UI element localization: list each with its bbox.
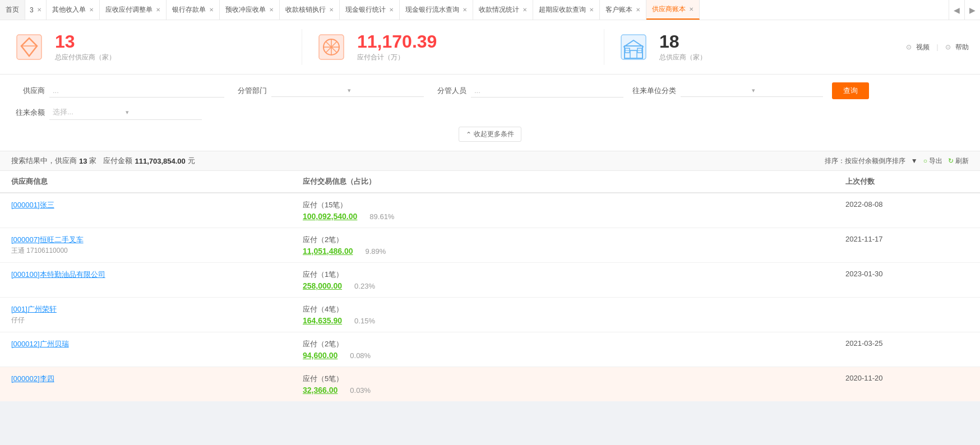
trans-label-2: 应付（2笔） [303,235,845,245]
divider: ｜ [934,43,941,52]
close-tab-bank-deposit[interactable]: ✕ [209,7,214,13]
close-tab-ap-adjust[interactable]: ✕ [156,7,160,13]
category-label: 往来单位分类 [632,86,676,96]
nav-tab-home[interactable]: 首页 [0,0,25,20]
nav-right-arrow[interactable]: ▶ [964,0,980,20]
last-payment-2: 2021-11-17 [845,235,969,243]
nav-tab-ap-adjust[interactable]: 应收应付调整单 ✕ [100,0,167,20]
rice-icon [313,29,349,65]
supplier-label: 供应商 [11,86,45,96]
help-icon: ⊙ [945,43,951,51]
nav-tab-home-label: 首页 [6,5,19,15]
table-row: [000012]广州贝瑞 应付（2笔） 94,600.00 0.08% 2021… [0,332,980,367]
trans-amount-6[interactable]: 32,366.00 [303,386,338,395]
nav-tab-bank-deposit[interactable]: 银行存款单 ✕ [167,0,220,20]
store-icon [616,29,651,65]
balance-select[interactable]: 选择... ▾ [49,105,202,120]
close-tab-supplier-account[interactable]: ✕ [689,6,694,12]
nav-tab-supplier-account[interactable]: 供应商账本 ✕ [646,0,700,20]
nav-tab-cash-bank-stat[interactable]: 现金银行统计 ✕ [340,0,400,20]
nav-tab-bank-deposit-label: 银行存款单 [172,5,206,15]
nav-scroll-arrows: ◀ ▶ [949,0,980,20]
close-tab-customer-account[interactable]: ✕ [636,7,640,13]
trans-label-6: 应付（5笔） [303,374,845,384]
dept-select[interactable]: ▾ [271,85,424,97]
trans-amount-4[interactable]: 164,635.90 [303,316,342,325]
nav-tab-overdue-query[interactable]: 超期应收款查询 ✕ [533,0,600,20]
close-tab-other-income[interactable]: ✕ [89,7,94,13]
summary-card-ap-total: 11,170.39 应付合计（万） [313,29,604,65]
trans-amount-3[interactable]: 258,000.00 [303,281,342,290]
close-tab-collect-stat[interactable]: ✕ [523,7,527,13]
nav-tab-customer-account-label: 客户账本 [605,5,632,15]
total-suppliers-info: 18 总供应商（家） [659,33,706,62]
nav-tab-collect-verify[interactable]: 收款核销执行 ✕ [280,0,340,20]
nav-tab-3[interactable]: 3 ✕ [25,0,47,20]
filter-dept: 分管部门 ▾ [233,85,424,97]
trans-amount-2[interactable]: 11,051,486.00 [303,247,353,256]
last-payment-1: 2022-08-08 [845,200,969,208]
balance-chevron-icon: ▾ [126,109,198,116]
category-select[interactable]: ▾ [681,85,823,97]
supplier-link-6[interactable]: [000002]李四 [11,374,303,384]
person-label: 分管人员 [433,86,466,96]
nav-tab-collect-verify-label: 收款核销执行 [285,5,326,15]
table-row: [000007]恒旺二手叉车 王通 17106110000 应付（2笔） 11,… [0,228,980,263]
sort-label[interactable]: 排序：按应付余额倒序排序 [825,156,905,166]
result-supplier-unit: 家 [89,156,96,166]
supplier-input[interactable] [49,84,224,98]
nav-tab-cash-bank-flow[interactable]: 现金银行流水查询 ✕ [400,0,473,20]
person-input[interactable] [471,84,623,98]
help-link[interactable]: 帮助 [955,43,969,52]
supplier-link-3[interactable]: [000100]本特勤油品有限公司 [11,270,303,280]
filter-person: 分管人员 [433,84,623,98]
close-tab-cash-bank-flow[interactable]: ✕ [463,7,467,13]
nav-tab-customer-account[interactable]: 客户账本 ✕ [600,0,646,20]
summary-card-total-suppliers: 18 总供应商（家） [616,29,906,65]
trans-label-4: 应付（4笔） [303,304,845,314]
supplier-link-5[interactable]: [000012]广州贝瑞 [11,339,303,349]
video-link[interactable]: 视频 [916,43,930,52]
nav-tab-collect-stat[interactable]: 收款情况统计 ✕ [473,0,533,20]
nav-tab-overdue-query-label: 超期应收款查询 [539,5,586,15]
summary-section: 13 总应付供应商（家） 11,170.39 应付合计（万） [0,20,980,75]
trans-percent-6: 0.03% [350,386,371,395]
sort-icon: ▼ [911,157,918,165]
col-header-supplier: 供应商信息 [11,177,303,187]
supplier-link-2[interactable]: [000007]恒旺二手叉车 [11,235,303,245]
supplier-info-6: [000002]李四 [11,374,303,384]
trans-percent-2: 9.89% [366,247,386,256]
close-tab-3[interactable]: ✕ [37,7,41,13]
transaction-info-3: 应付（1笔） 258,000.00 0.23% [303,270,845,290]
query-button[interactable]: 查询 [832,82,869,99]
close-tab-overdue-query[interactable]: ✕ [589,7,594,13]
refresh-button[interactable]: ↻ 刷新 [948,156,969,166]
close-tab-collect-verify[interactable]: ✕ [329,7,334,13]
nav-left-arrow[interactable]: ◀ [949,0,964,20]
diamond-icon [11,29,47,65]
trans-label-1: 应付（15笔） [303,200,845,210]
close-tab-cash-bank-stat[interactable]: ✕ [389,7,394,13]
nav-tab-advance-collect-label: 预收冲应收单 [225,5,266,15]
nav-tab-other-income[interactable]: 其他收入单 ✕ [47,0,100,20]
export-button[interactable]: ○ 导出 [923,156,942,166]
supplier-link-4[interactable]: [001]广州荣轩 [11,304,303,314]
trans-amount-1[interactable]: 100,092,540.00 [303,212,357,221]
col-header-transaction: 应付交易信息（占比） [303,177,845,187]
close-tab-advance-collect[interactable]: ✕ [269,7,274,13]
ap-total-info: 11,170.39 应付合计（万） [357,33,437,62]
collapse-row: ⌃ 收起更多条件 [11,126,969,145]
dept-label: 分管部门 [233,86,267,96]
collapse-button[interactable]: ⌃ 收起更多条件 [459,127,521,142]
payable-suppliers-count: 13 [55,33,115,50]
ap-total-label: 应付合计（万） [357,53,437,62]
supplier-link-1[interactable]: [000001]张三 [11,200,303,210]
nav-tab-cash-bank-flow-label: 现金银行流水查询 [405,5,459,15]
col-header-last-payment: 上次付数 [845,177,969,187]
trans-amount-5[interactable]: 94,600.00 [303,351,338,360]
filter-section: 供应商 分管部门 ▾ 分管人员 往来单位分类 ▾ 查询 [0,75,980,151]
nav-tab-advance-collect[interactable]: 预收冲应收单 ✕ [220,0,280,20]
trans-percent-4: 0.15% [354,317,375,325]
transaction-info-5: 应付（2笔） 94,600.00 0.08% [303,339,845,360]
result-supplier-count: 13 [79,157,87,165]
